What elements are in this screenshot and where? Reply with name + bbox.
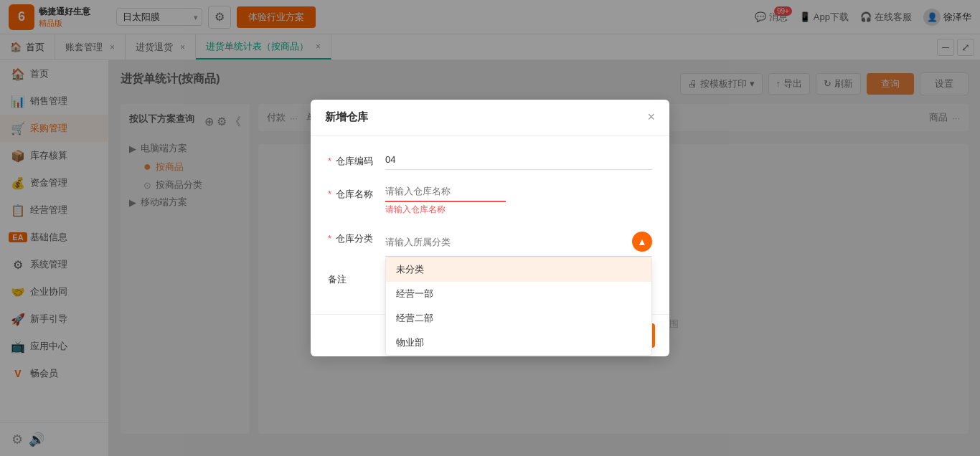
category-dropdown-list: 未分类 经营一部 经营二部 物业部	[385, 257, 652, 356]
code-input[interactable]	[385, 150, 652, 170]
form-row-name: * 仓库名称 请输入仓库名称	[328, 181, 652, 216]
dialog-close-button[interactable]: ×	[647, 110, 655, 125]
name-error-message: 请输入仓库名称	[385, 204, 446, 216]
dropdown-option-property[interactable]: 物业部	[386, 331, 651, 355]
add-warehouse-dialog: 新增仓库 × * 仓库编码 * 仓库名称	[311, 100, 669, 356]
form-row-code: * 仓库编码	[328, 150, 652, 170]
name-input[interactable]	[385, 181, 506, 202]
note-label: 备注	[328, 268, 385, 286]
category-label: * 仓库分类	[328, 227, 385, 245]
category-dropdown-trigger[interactable]: ▲	[385, 227, 652, 257]
dialog-title: 新增仓库	[325, 110, 368, 124]
code-label: * 仓库编码	[328, 150, 385, 168]
name-label: * 仓库名称	[328, 183, 385, 201]
dropdown-option-unclassified[interactable]: 未分类	[386, 257, 651, 282]
dialog-header: 新增仓库 ×	[311, 100, 669, 136]
dropdown-option-dept1[interactable]: 经营一部	[386, 282, 651, 306]
form-row-category: * 仓库分类 ▲ 未分类 经营一部 经营二部 物业部	[328, 227, 652, 257]
dialog-body: * 仓库编码 * 仓库名称 请输入仓库名称 *	[311, 136, 669, 314]
modal-overlay[interactable]: 新增仓库 × * 仓库编码 * 仓库名称	[0, 0, 980, 456]
dropdown-option-dept2[interactable]: 经营二部	[386, 306, 651, 331]
category-input[interactable]	[385, 237, 632, 247]
dropdown-arrow-icon[interactable]: ▲	[632, 232, 652, 252]
category-input-wrap: ▲ 未分类 经营一部 经营二部 物业部	[385, 227, 652, 257]
